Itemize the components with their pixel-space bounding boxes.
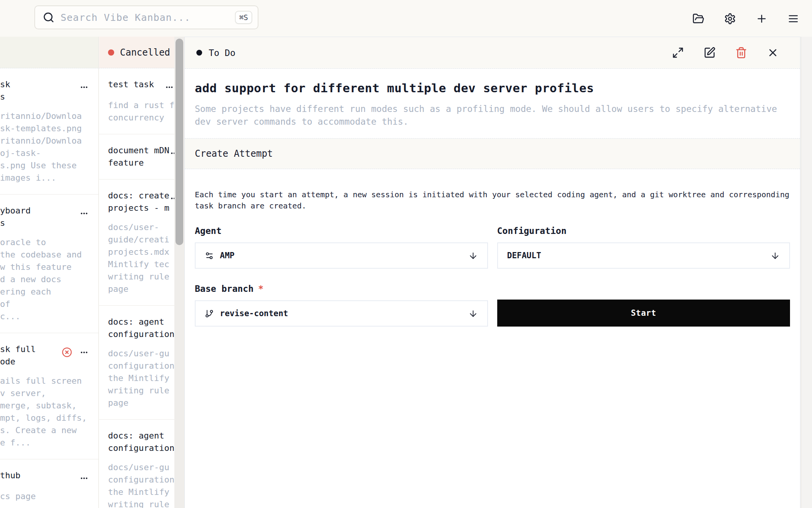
column-header [0, 37, 98, 68]
task-details-panel: To Do add support for different multiple… [184, 37, 800, 508]
create-attempt-form: Agent AMP Configuration DEFAULT [195, 225, 790, 327]
search-input[interactable] [61, 12, 229, 23]
search-icon [43, 12, 54, 23]
close-icon[interactable] [767, 47, 779, 59]
kanban-column-left-partial: sk s ritannio/Downloa sk-templates.png r… [0, 37, 99, 508]
task-card-description: ails full screen v server, merge, subtas… [0, 375, 89, 449]
task-card-description: find a rust f concurrency [108, 99, 174, 124]
panel-body: add support for different multiple dev s… [185, 81, 800, 327]
agent-select[interactable]: AMP [195, 242, 488, 269]
task-card-description: docs/user-gu configuration the Mintlify … [108, 347, 174, 409]
delete-trash-icon[interactable] [735, 47, 747, 59]
task-card-description: ritannio/Downloa sk-templates.png ritann… [0, 110, 89, 184]
task-card[interactable]: sk full ode ails full screen v server, m… [0, 333, 98, 459]
task-card-title: sk s [0, 78, 79, 103]
arrow-down-icon [468, 309, 478, 318]
more-options-icon[interactable] [79, 82, 89, 92]
task-card[interactable]: docs: agent configuration docs/user-gu c… [99, 420, 174, 508]
start-cell: Start [497, 283, 790, 327]
board-scrollbar[interactable] [174, 37, 184, 508]
task-card-description: oracle to the codebase and w this featur… [0, 236, 89, 323]
panel-header: To Do [185, 37, 800, 69]
task-card-title: thub [0, 469, 79, 482]
more-options-icon[interactable] [169, 148, 174, 158]
task-card-title: yboard s [0, 205, 79, 229]
agent-label: Agent [195, 225, 488, 236]
panel-actions [672, 47, 779, 59]
configuration-value: DEFAULT [507, 251, 542, 260]
todo-status-dot-icon [196, 50, 202, 56]
task-card-title: sk full ode [0, 343, 62, 368]
task-card-title: document mDN feature [108, 144, 169, 169]
task-card[interactable]: test task find a rust f concurrency [99, 68, 174, 134]
task-card-description: docs/user- guide/creati projects.mdx Min… [108, 221, 174, 295]
column-title: Cancelled [120, 47, 170, 58]
hamburger-menu-icon[interactable] [787, 13, 799, 25]
column-cards: sk s ritannio/Downloa sk-templates.png r… [0, 68, 98, 508]
agent-field: Agent AMP [195, 225, 488, 269]
create-attempt-section-header: Create Attempt [185, 138, 800, 169]
git-branch-icon [205, 309, 214, 318]
scrollbar-thumb[interactable] [176, 39, 183, 245]
task-card[interactable]: thub cs page [0, 459, 98, 508]
more-options-icon[interactable] [79, 347, 89, 357]
task-title: add support for different multiple dev s… [195, 81, 790, 95]
task-card-title: test task [108, 78, 164, 91]
attempt-info-text: Each time you start an attempt, a new se… [195, 189, 790, 212]
task-card[interactable]: document mDN feature [99, 134, 174, 179]
expand-icon[interactable] [672, 47, 684, 59]
task-card-title: docs: create projects - m [108, 190, 169, 214]
column-header: Cancelled [99, 37, 174, 68]
column-cards: test task find a rust f concurrency docu… [99, 68, 174, 508]
task-card[interactable]: docs: agent configuration docs/user-gu c… [99, 306, 174, 420]
configuration-label: Configuration [497, 225, 790, 236]
more-options-icon[interactable] [164, 82, 174, 92]
task-card-description: docs/user-gu configuration the Mintlify … [108, 461, 174, 508]
task-card[interactable]: docs: create projects - m docs/user- gui… [99, 179, 174, 306]
configuration-select[interactable]: DEFAULT [497, 242, 790, 269]
task-description: Some projects have different run modes s… [195, 103, 790, 128]
section-title: Create Attempt [195, 148, 273, 159]
arrow-down-icon [468, 251, 478, 261]
search-shortcut-badge: ⌘S [235, 11, 252, 24]
topbar: ⌘S [0, 0, 812, 37]
topbar-actions [692, 13, 799, 25]
arrow-down-icon [770, 251, 780, 261]
task-card-title: docs: agent configuration [108, 430, 174, 454]
task-card[interactable]: yboard s oracle to the codebase and w th… [0, 195, 98, 333]
base-branch-label: Base branch * [195, 283, 488, 294]
start-button[interactable]: Start [497, 300, 790, 327]
required-asterisk: * [258, 283, 263, 294]
plus-icon[interactable] [756, 13, 768, 25]
base-branch-value: revise-content [220, 309, 288, 318]
open-folder-icon[interactable] [692, 13, 704, 25]
configuration-field: Configuration DEFAULT [497, 225, 790, 269]
settings-gear-icon[interactable] [724, 13, 736, 25]
more-options-icon[interactable] [169, 193, 174, 203]
base-branch-select[interactable]: revise-content [195, 300, 488, 327]
agent-value: AMP [220, 251, 235, 260]
more-options-icon[interactable] [79, 473, 89, 483]
cancelled-circle-x-icon [62, 347, 72, 357]
sliders-icon [205, 251, 214, 260]
task-card-description: cs page [0, 490, 89, 503]
cancelled-status-dot-icon [108, 49, 114, 56]
task-status-label: To Do [209, 48, 235, 58]
task-card-title: docs: agent configuration [108, 316, 174, 340]
search-box[interactable]: ⌘S [34, 5, 258, 29]
panel-scrollbar-track[interactable] [801, 37, 812, 508]
kanban-column-cancelled: Cancelled test task find a rust f concur… [99, 37, 174, 508]
base-branch-field: Base branch * revise-content [195, 283, 488, 327]
edit-icon[interactable] [704, 47, 716, 59]
task-card[interactable]: sk s ritannio/Downloa sk-templates.png r… [0, 68, 98, 195]
more-options-icon[interactable] [79, 208, 89, 218]
